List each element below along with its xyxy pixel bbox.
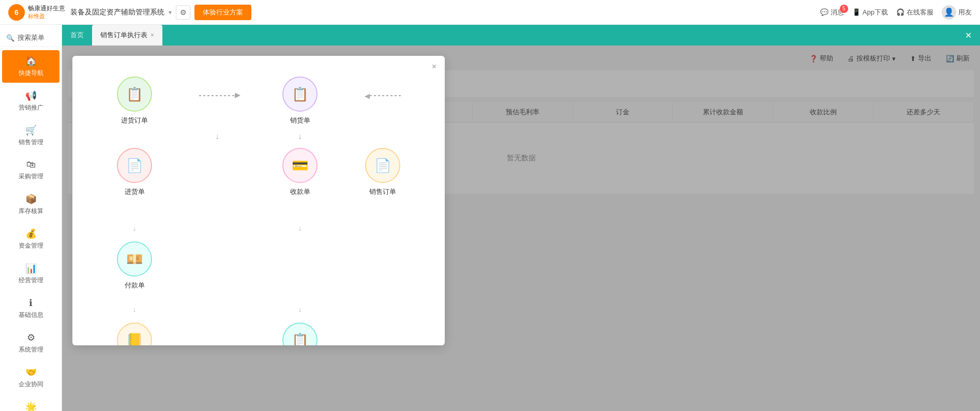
logo-icon: 6 [8,4,25,21]
sidebar-item-quick-nav[interactable]: 🏠 快捷导航 [2,50,59,83]
sidebar-label-system: 系统管理 [19,345,43,354]
sidebar-item-finance[interactable]: 💰 资金管理 [2,223,59,255]
flow-row5: 📒 供应商账本 📋 客户账本 [93,317,424,345]
arrow-down-r4-3: ↓ [259,306,341,313]
payment-icon: 💴 [117,241,152,277]
search-icon: 🔍 [6,34,14,42]
system-title-area: 装备及固定资产辅助管理系统 ▾ ⚙ 体验行业方案 [70,5,820,20]
arrow-dashed-1: ▶ [199,95,235,96]
sidebar-item-operations[interactable]: 📊 经营管理 [2,257,59,290]
sidebar-label-quick-nav: 快捷导航 [19,69,43,78]
receipt-bill-label: 收款单 [290,187,310,196]
top-header: 6 畅康通好生意 标惟盈 装备及固定资产辅助管理系统 ▾ ⚙ 体验行业方案 💬 … [0,0,980,25]
logo-text: 畅康通好生意 标惟盈 [28,5,65,20]
sidebar: 🔍 搜索菜单 🏠 快捷导航 📢 营销推广 🛒 销售管理 🛍 采购管理 📦 库存核… [0,25,62,411]
arrow-down-sales: ↓ [259,131,341,142]
sales-bill-label: 销货单 [290,116,310,125]
marketing-icon: 📢 [25,90,37,101]
sales-icon: 🛒 [25,125,37,136]
spacer1 [93,131,176,142]
basic-info-icon: ℹ [29,297,33,309]
payment-label: 付款单 [125,281,145,290]
tab-bar: 首页 销售订单执行表 × ✕ [62,25,980,45]
online-service-button[interactable]: 🎧 在线客服 [896,8,933,17]
logo-area: 6 畅康通好生意 标惟盈 [8,4,70,21]
sidebar-label-enterprise: 企业协同 [19,380,43,389]
tab-close-icon[interactable]: × [150,32,154,39]
tab-sales-order-label: 销售订单执行表 [100,31,147,40]
flow-node-purchase-bill[interactable]: 📄 进货单 [93,143,176,202]
window-close-icon[interactable]: ✕ [965,31,972,40]
purchase-bill-icon: 📄 [117,148,152,183]
flow-row2: ↓ ↓ [93,224,424,232]
customer-ledger-icon: 📋 [282,323,318,345]
sales-order-label: 销售订单 [369,187,396,196]
app-download-label: App下载 [863,8,888,17]
page-content: ❓ 帮助 🖨 按模板打印 ▾ ⬆ 导出 🔄 刷新 [62,45,980,411]
search-menu-item[interactable]: 🔍 搜索菜单 [0,29,62,47]
flow-node-payment[interactable]: 💴 付款单 [93,236,176,295]
online-service-label: 在线客服 [907,8,933,17]
tab-sales-order[interactable]: 销售订单执行表 × [92,25,162,45]
message-button[interactable]: 💬 消息 5 [820,8,844,17]
system-icon: ⚙ [27,332,35,343]
sidebar-item-purchase[interactable]: 🛍 采购管理 [2,154,59,186]
app-download-button[interactable]: 📱 App下载 [852,8,888,17]
download-icon: 📱 [852,8,861,16]
sales-bill-icon: 📋 [282,77,318,112]
sidebar-item-sales[interactable]: 🛒 销售管理 [2,119,59,152]
tab-home-label: 首页 [70,31,84,40]
flow-node-receipt-bill[interactable]: 💳 收款单 [259,143,341,202]
purchase-order-label: 进货订单 [121,116,148,125]
sidebar-item-basic-info[interactable]: ℹ 基础信息 [2,292,59,325]
sidebar-item-system[interactable]: ⚙ 系统管理 [2,327,59,359]
user-label: 用友 [958,8,972,17]
sidebar-label-operations: 经营管理 [19,276,43,285]
sales-order-icon: 📄 [365,148,400,183]
spacer2 [341,131,424,142]
sidebar-item-newbie[interactable]: 🌟 新手引导 [2,396,59,411]
sidebar-label-sales: 销售管理 [19,138,43,147]
sidebar-item-marketing[interactable]: 📢 营销推广 [2,85,59,117]
flow-node-supplier-ledger[interactable]: 📒 供应商账本 [93,317,176,345]
message-badge: 5 [840,5,848,13]
home-icon: 🏠 [25,55,37,67]
newbie-icon: 🌟 [25,401,37,411]
experience-button[interactable]: 体验行业方案 [194,5,251,20]
header-right: 💬 消息 5 📱 App下载 🎧 在线客服 👤 用友 [820,5,972,20]
search-menu-label: 搜索菜单 [18,33,44,42]
sidebar-label-inventory: 库存核算 [19,207,43,216]
flow-row3: 💴 付款单 [93,236,424,295]
gear-button[interactable]: ⚙ [176,5,190,20]
finance-icon: 💰 [25,228,37,239]
flow-node-customer-ledger[interactable]: 📋 客户账本 [259,317,341,345]
modal-box: × 📋 进货订单 ▶ [72,56,445,345]
flow-diagram: 📋 进货订单 ▶ 📋 销货单 [93,71,424,214]
sidebar-label-basic-info: 基础信息 [19,311,43,319]
user-menu[interactable]: 👤 用友 [942,5,972,20]
content-area: 首页 销售订单执行表 × ✕ ❓ 帮助 🖨 按模板打印 ▾ [62,25,980,411]
sidebar-label-purchase: 采购管理 [19,172,43,181]
sidebar-item-inventory[interactable]: 📦 库存核算 [2,188,59,221]
sidebar-item-enterprise[interactable]: 🤝 企业协同 [2,361,59,394]
tab-home[interactable]: 首页 [62,25,92,45]
modal-close-button[interactable]: × [432,62,436,71]
purchase-bill-label: 进货单 [125,187,145,196]
flow-node-purchase-order[interactable]: 📋 进货订单 [93,71,176,130]
inventory-icon: 📦 [25,193,37,205]
system-title: 装备及固定资产辅助管理系统 [70,8,164,17]
dropdown-icon[interactable]: ▾ [169,9,172,16]
purchase-order-icon: 📋 [117,77,152,112]
flow-node-sales-order[interactable]: 📄 销售订单 [341,143,424,202]
flow-node-receipt-bill2 [259,236,341,247]
arrow-down-r2-1: ↓ [93,224,176,232]
operations-icon: 📊 [25,263,37,274]
flow-node-sales-bill[interactable]: 📋 销货单 [259,71,341,130]
arrow-h2: ◀ [341,92,424,110]
main-layout: 🔍 搜索菜单 🏠 快捷导航 📢 营销推广 🛒 销售管理 🛍 采购管理 📦 库存核… [0,25,980,411]
purchase-icon: 🛍 [26,159,36,170]
arrow-down-purchase: ↓ [176,131,259,142]
arrow-h1: ▶ [176,95,259,106]
service-icon: 🎧 [896,8,904,16]
modal-overlay: × 📋 进货订单 ▶ [62,45,980,411]
